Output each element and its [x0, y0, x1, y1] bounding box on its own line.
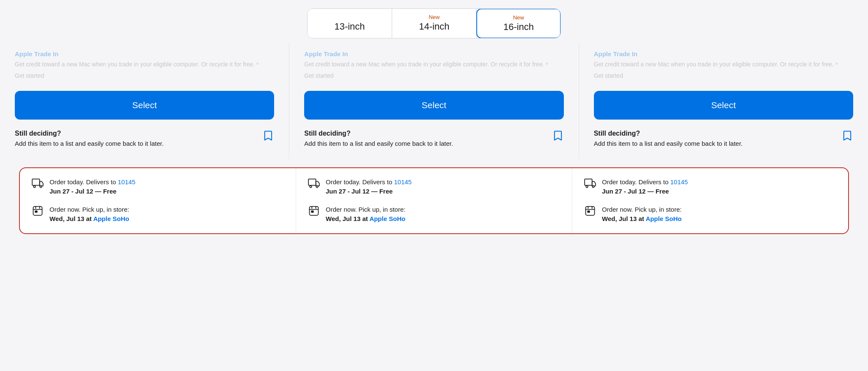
trade-in-3: Apple Trade In Get credit toward a new M…	[594, 43, 853, 83]
trade-in-2: Apple Trade In Get credit toward a new M…	[304, 43, 563, 83]
svg-point-1	[33, 186, 36, 188]
bookmark-icon-3[interactable]	[841, 130, 853, 142]
svg-rect-14	[588, 211, 590, 213]
still-deciding-2: Still deciding? Add this item to a list …	[304, 130, 563, 149]
select-button-1[interactable]: Select	[15, 91, 274, 120]
pickup-date-3: Wed, Jul 13 at Apple SoHo	[602, 214, 681, 224]
size-tabs: 13-inch New 14-inch New 16-inch	[307, 8, 561, 38]
svg-point-11	[586, 186, 588, 188]
svg-point-12	[592, 186, 594, 188]
pickup-item-2: Order now. Pick up, in store: Wed, Jul 1…	[308, 205, 560, 224]
still-deciding-1-text: Still deciding? Add this item to a list …	[15, 130, 255, 149]
still-deciding-3: Still deciding? Add this item to a list …	[594, 130, 853, 149]
still-deciding-1-title: Still deciding?	[15, 130, 255, 137]
trade-in-2-title: Apple Trade In	[304, 50, 563, 57]
delivery-col-3: Order today. Delivers to 10145 Jun 27 - …	[572, 168, 848, 233]
column-3: Apple Trade In Get credit toward a new M…	[579, 43, 868, 159]
trade-in-1-get-started[interactable]: Get started	[15, 72, 274, 79]
pickup-text-1: Order now. Pick up, in store: Wed, Jul 1…	[49, 205, 129, 224]
svg-rect-9	[311, 211, 313, 213]
svg-point-6	[310, 186, 312, 188]
trade-in-1: Apple Trade In Get credit toward a new M…	[15, 43, 274, 83]
pickup-icon-3	[584, 205, 596, 217]
delivery-col-2: Order today. Delivers to 10145 Jun 27 - …	[296, 168, 572, 233]
tab-14inch[interactable]: New 14-inch	[392, 9, 477, 38]
pickup-icon-1	[32, 205, 44, 217]
select-button-2[interactable]: Select	[304, 91, 563, 120]
shipping-item-1: Order today. Delivers to 10145 Jun 27 - …	[32, 177, 284, 196]
trade-in-1-title: Apple Trade In	[15, 50, 274, 57]
still-deciding-3-desc: Add this item to a list and easily come …	[594, 139, 835, 149]
zip-link-3[interactable]: 10145	[670, 178, 688, 186]
store-link-2[interactable]: Apple SoHo	[369, 215, 405, 222]
delivery-date-2: Jun 27 - Jul 12 — Free	[326, 187, 412, 196]
tab-13inch-label: 13-inch	[316, 21, 383, 32]
svg-point-7	[316, 186, 318, 188]
svg-rect-13	[586, 206, 595, 215]
pickup-date-2: Wed, Jul 13 at Apple SoHo	[326, 214, 405, 224]
zip-link-2[interactable]: 10145	[394, 178, 412, 186]
shipping-icon-3	[584, 177, 596, 189]
tab-16inch[interactable]: New 16-inch	[476, 8, 561, 38]
bookmark-icon-1[interactable]	[262, 130, 274, 142]
trade-in-3-desc: Get credit toward a new Mac when you tra…	[594, 60, 853, 69]
svg-rect-4	[35, 211, 37, 213]
pickup-icon-2	[308, 205, 320, 217]
store-link-3[interactable]: Apple SoHo	[646, 215, 681, 222]
bookmark-icon-2[interactable]	[552, 130, 564, 142]
delivery-grid: Order today. Delivers to 10145 Jun 27 - …	[19, 167, 849, 234]
pickup-date-1: Wed, Jul 13 at Apple SoHo	[49, 214, 129, 224]
trade-in-2-get-started[interactable]: Get started	[304, 72, 563, 79]
tab-16inch-label: 16-inch	[486, 22, 552, 33]
svg-rect-3	[33, 206, 42, 215]
select-button-3[interactable]: Select	[594, 91, 853, 120]
tab-13inch-new	[316, 14, 383, 20]
pickup-item-3: Order now. Pick up, in store: Wed, Jul 1…	[584, 205, 836, 224]
column-1: Apple Trade In Get credit toward a new M…	[0, 43, 289, 159]
store-link-1[interactable]: Apple SoHo	[93, 215, 129, 222]
svg-rect-5	[308, 179, 316, 185]
tab-14inch-new: New	[401, 14, 468, 20]
column-2: Apple Trade In Get credit toward a new M…	[289, 43, 578, 159]
still-deciding-3-text: Still deciding? Add this item to a list …	[594, 130, 835, 149]
tab-16inch-new: New	[486, 14, 552, 21]
trade-in-1-desc: Get credit toward a new Mac when you tra…	[15, 60, 274, 69]
svg-rect-8	[310, 206, 319, 215]
delivery-section: Order today. Delivers to 10145 Jun 27 - …	[0, 159, 868, 247]
still-deciding-2-desc: Add this item to a list and easily come …	[304, 139, 545, 149]
shipping-text-1: Order today. Delivers to 10145 Jun 27 - …	[49, 177, 135, 196]
still-deciding-2-text: Still deciding? Add this item to a list …	[304, 130, 545, 149]
shipping-text-2: Order today. Delivers to 10145 Jun 27 - …	[326, 177, 412, 196]
delivery-date-3: Jun 27 - Jul 12 — Free	[602, 187, 688, 196]
trade-in-2-desc: Get credit toward a new Mac when you tra…	[304, 60, 563, 69]
tab-13inch[interactable]: 13-inch	[308, 9, 392, 38]
svg-rect-10	[585, 179, 592, 185]
still-deciding-2-title: Still deciding?	[304, 130, 545, 137]
still-deciding-1-desc: Add this item to a list and easily come …	[15, 139, 255, 149]
delivery-col-1: Order today. Delivers to 10145 Jun 27 - …	[20, 168, 296, 233]
shipping-icon-1	[32, 177, 44, 189]
delivery-date-1: Jun 27 - Jul 12 — Free	[49, 187, 135, 196]
tab-14inch-label: 14-inch	[401, 21, 468, 32]
shipping-text-3: Order today. Delivers to 10145 Jun 27 - …	[602, 177, 688, 196]
pickup-text-2: Order now. Pick up, in store: Wed, Jul 1…	[326, 205, 405, 224]
shipping-icon-2	[308, 177, 320, 189]
shipping-item-3: Order today. Delivers to 10145 Jun 27 - …	[584, 177, 836, 196]
still-deciding-3-title: Still deciding?	[594, 130, 835, 137]
page-wrapper: 13-inch New 14-inch New 16-inch Apple Tr…	[0, 0, 868, 371]
svg-rect-0	[32, 179, 40, 185]
still-deciding-1: Still deciding? Add this item to a list …	[15, 130, 274, 149]
columns-top: Apple Trade In Get credit toward a new M…	[0, 43, 868, 159]
shipping-item-2: Order today. Delivers to 10145 Jun 27 - …	[308, 177, 560, 196]
trade-in-3-get-started[interactable]: Get started	[594, 72, 853, 79]
pickup-item-1: Order now. Pick up, in store: Wed, Jul 1…	[32, 205, 284, 224]
pickup-text-3: Order now. Pick up, in store: Wed, Jul 1…	[602, 205, 681, 224]
trade-in-3-title: Apple Trade In	[594, 50, 853, 57]
zip-link-1[interactable]: 10145	[118, 178, 135, 186]
svg-point-2	[40, 186, 42, 188]
size-selector-area: 13-inch New 14-inch New 16-inch	[0, 0, 868, 43]
